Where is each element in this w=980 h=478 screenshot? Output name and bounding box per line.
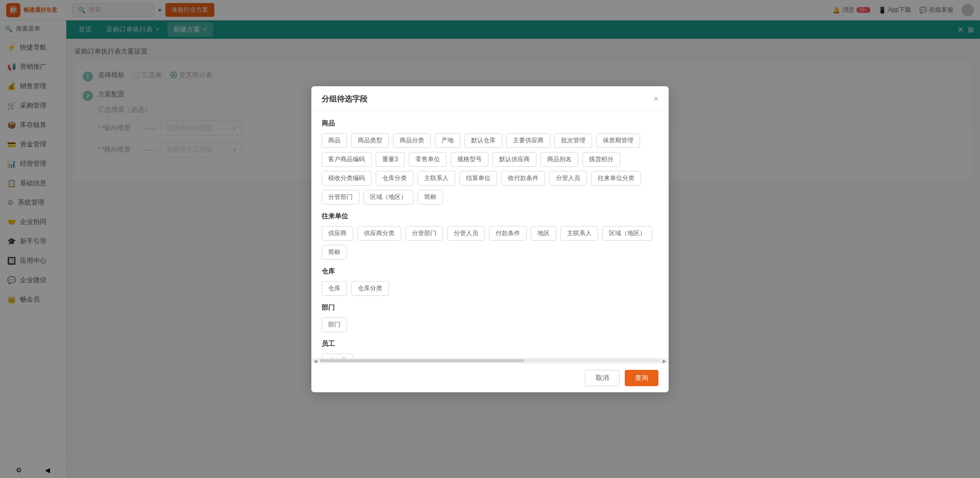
modal-overlay[interactable]: 分组待选字段 × 商品 商品 商品类型 商品分类 产地 默认仓库 主要供应商 批… xyxy=(0,0,980,478)
field-tag-weight3[interactable]: 重量3 xyxy=(376,152,405,167)
field-tag-default-supplier[interactable]: 默认供应商 xyxy=(493,152,536,167)
modal-body: 商品 商品 商品类型 商品分类 产地 默认仓库 主要供应商 批次管理 保质期管理… xyxy=(311,111,669,358)
field-tag-supplier[interactable]: 供应商 xyxy=(322,226,353,241)
section-title-dept: 部门 xyxy=(322,303,658,312)
cancel-button[interactable]: 取消 xyxy=(585,370,620,386)
field-tag-goods[interactable]: 商品 xyxy=(322,133,347,148)
field-tag-spec-model[interactable]: 规格型号 xyxy=(451,152,488,167)
modal-close-button[interactable]: × xyxy=(654,94,658,104)
field-tag-batch-manage[interactable]: 批次管理 xyxy=(554,133,592,148)
hscroll-thumb[interactable] xyxy=(320,359,524,362)
field-tag-supplier-category[interactable]: 供应商分类 xyxy=(357,226,401,241)
field-tag-warehouse-category[interactable]: 仓库分类 xyxy=(376,171,413,186)
modal-header: 分组待选字段 × xyxy=(311,86,669,111)
field-tag-manage-person[interactable]: 分管人员 xyxy=(447,226,485,241)
field-tags-goods: 商品 商品类型 商品分类 产地 默认仓库 主要供应商 批次管理 保质期管理 客户… xyxy=(322,133,658,205)
field-tag-district[interactable]: 地区 xyxy=(531,226,556,241)
field-tag-department[interactable]: 部门 xyxy=(322,317,347,332)
field-tags-staff: 业务员 xyxy=(322,354,658,358)
field-tags-warehouse: 仓库 仓库分类 xyxy=(322,281,658,296)
field-tag-trade-unit-category[interactable]: 往来单位分类 xyxy=(591,171,641,186)
field-tag-tax-code[interactable]: 税收分类编码 xyxy=(322,171,372,186)
field-tag-goods-category[interactable]: 商品分类 xyxy=(393,133,431,148)
field-tag-warehouse-cat[interactable]: 仓库分类 xyxy=(351,281,389,296)
field-tag-shelf-life[interactable]: 保质期管理 xyxy=(596,133,640,148)
field-tag-short-name2[interactable]: 简称 xyxy=(322,245,347,260)
modal-horizontal-scrollbar[interactable]: ◀ ▶ xyxy=(311,358,669,363)
confirm-button[interactable]: 查询 xyxy=(625,370,658,386)
field-tags-dept: 部门 xyxy=(322,317,658,332)
field-tag-goods-alias[interactable]: 商品别名 xyxy=(541,152,578,167)
field-tag-main-contact2[interactable]: 主联系人 xyxy=(560,226,598,241)
field-tag-payment-condition[interactable]: 付款条件 xyxy=(489,226,527,241)
section-title-staff: 员工 xyxy=(322,339,658,348)
field-tag-pick-points[interactable]: 拣货积分 xyxy=(582,152,620,167)
field-tag-payment-terms[interactable]: 收付款条件 xyxy=(501,171,545,186)
section-title-warehouse: 仓库 xyxy=(322,267,658,276)
field-tag-manage-dept[interactable]: 分管部门 xyxy=(405,226,443,241)
field-tag-main-supplier[interactable]: 主要供应商 xyxy=(506,133,550,148)
field-tag-settlement-unit[interactable]: 结算单位 xyxy=(459,171,497,186)
field-tag-dept[interactable]: 分管部门 xyxy=(322,190,359,205)
field-tag-customer-code[interactable]: 客户商品编码 xyxy=(322,152,372,167)
field-tag-main-contact[interactable]: 主联系人 xyxy=(418,171,455,186)
field-tag-region2[interactable]: 区域（地区） xyxy=(602,226,652,241)
field-tag-salesperson[interactable]: 业务员 xyxy=(322,354,353,358)
field-tags-trade-unit: 供应商 供应商分类 分管部门 分管人员 付款条件 地区 主联系人 区域（地区） … xyxy=(322,226,658,260)
field-tag-manager[interactable]: 分管人员 xyxy=(549,171,587,186)
field-tag-warehouse[interactable]: 仓库 xyxy=(322,281,347,296)
modal-dialog: 分组待选字段 × 商品 商品 商品类型 商品分类 产地 默认仓库 主要供应商 批… xyxy=(311,86,669,392)
field-tag-origin[interactable]: 产地 xyxy=(435,133,460,148)
section-title-goods: 商品 xyxy=(322,119,658,128)
field-tag-default-warehouse[interactable]: 默认仓库 xyxy=(464,133,502,148)
modal-footer: 取消 查询 xyxy=(311,363,669,392)
modal-title: 分组待选字段 xyxy=(322,94,368,104)
field-tag-goods-type[interactable]: 商品类型 xyxy=(351,133,389,148)
field-tag-region1[interactable]: 区域（地区） xyxy=(363,190,413,205)
section-title-trade-unit: 往来单位 xyxy=(322,212,658,221)
field-tag-short-name1[interactable]: 简称 xyxy=(418,190,443,205)
field-tag-retail-unit[interactable]: 零售单位 xyxy=(409,152,447,167)
